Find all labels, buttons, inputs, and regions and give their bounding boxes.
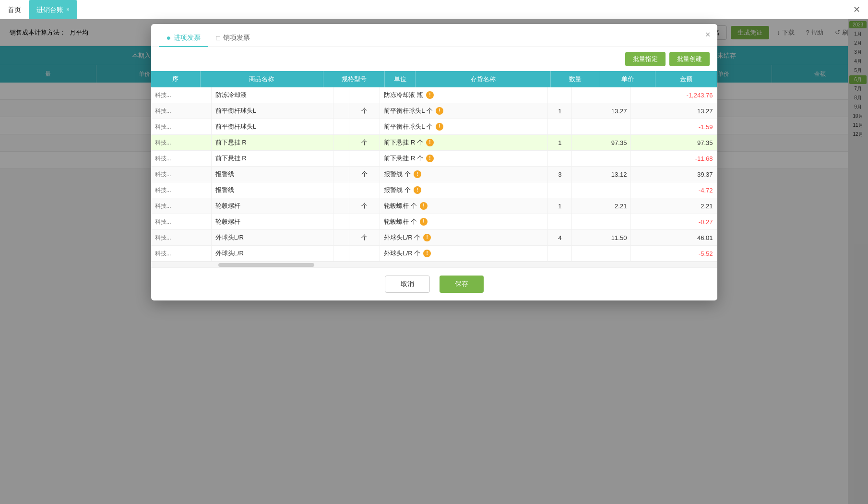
cell-company: 科技... bbox=[151, 151, 212, 167]
cell-company: 科技... bbox=[151, 182, 212, 198]
tab-ledger-label: 进销台账 bbox=[36, 0, 63, 19]
cell-spec bbox=[333, 103, 349, 119]
th-stock-name: 存货名称 bbox=[416, 71, 551, 87]
cell-stock-name: 报警线 个 ! bbox=[380, 167, 548, 182]
table-header-row: 序 商品名称 规格型号 单位 存货名称 数量 单价 金额 bbox=[151, 71, 717, 87]
warning-icon: ! bbox=[420, 218, 428, 226]
cell-company: 科技... bbox=[151, 198, 212, 214]
cell-price bbox=[572, 182, 631, 198]
cell-stock-name: 外球头L/R 个 ! bbox=[380, 246, 548, 261]
th-price: 单价 bbox=[600, 71, 655, 87]
batch-assign-button[interactable]: 批量指定 bbox=[625, 52, 666, 66]
cell-stock-name: 外球头L/R 个 ! bbox=[380, 230, 548, 245]
cell-price: 2.21 bbox=[572, 198, 631, 214]
cell-price: 13.12 bbox=[572, 167, 631, 182]
warning-icon: ! bbox=[414, 186, 421, 194]
table-row[interactable]: 科技... 外球头L/R 外球头L/R 个 ! -5.52 bbox=[151, 246, 717, 262]
cell-stock-name: 前平衡杆球头L 个 ! bbox=[380, 103, 548, 119]
save-button[interactable]: 保存 bbox=[440, 276, 484, 293]
table-row[interactable]: 科技... 轮毂螺杆 轮毂螺杆 个 ! -0.27 bbox=[151, 214, 717, 230]
table-row[interactable]: 科技... 前下悬挂 R 个 前下悬挂 R 个 ! 1 97.35 97.35 bbox=[151, 135, 717, 151]
table-row[interactable]: 科技... 轮毂螺杆 个 轮毂螺杆 个 ! 1 2.21 2.21 bbox=[151, 198, 717, 214]
warning-icon: ! bbox=[436, 123, 443, 131]
cell-spec bbox=[333, 214, 349, 230]
cell-spec bbox=[333, 198, 349, 214]
warning-icon: ! bbox=[436, 107, 443, 115]
cell-qty bbox=[548, 246, 571, 262]
purchase-tab-icon: ● bbox=[166, 34, 171, 42]
cell-product-name: 前平衡杆球头L bbox=[211, 119, 333, 135]
cell-stock-name: 防冻冷却液 瓶 ! bbox=[380, 87, 548, 103]
cell-amount: -4.72 bbox=[631, 182, 717, 198]
th-company: 序 bbox=[151, 71, 201, 87]
th-product-name: 商品名称 bbox=[200, 71, 323, 87]
cell-price: 13.27 bbox=[572, 103, 631, 119]
cell-spec bbox=[333, 151, 349, 167]
cell-amount: 39.37 bbox=[631, 167, 717, 182]
cell-qty: 1 bbox=[548, 103, 571, 119]
cell-qty bbox=[548, 151, 571, 167]
batch-create-button[interactable]: 批量创建 bbox=[669, 52, 710, 66]
cell-stock-name: 轮毂螺杆 个 ! bbox=[380, 214, 548, 229]
tab-purchase-invoice[interactable]: ● 进项发票 bbox=[159, 30, 209, 47]
cell-unit bbox=[349, 246, 380, 262]
cell-stock-name: 轮毂螺杆 个 ! bbox=[380, 198, 548, 214]
cell-product-name: 报警线 bbox=[211, 182, 333, 198]
cancel-button[interactable]: 取消 bbox=[385, 276, 430, 293]
cell-amount: -11.68 bbox=[631, 151, 717, 167]
cell-price bbox=[572, 246, 631, 262]
tab-sales-invoice[interactable]: □ 销项发票 bbox=[208, 30, 257, 47]
th-amount: 金额 bbox=[655, 71, 717, 87]
cell-qty: 1 bbox=[548, 198, 571, 214]
warning-icon: ! bbox=[426, 139, 434, 146]
th-spec: 规格型号 bbox=[323, 71, 384, 87]
cell-unit: 个 bbox=[349, 230, 380, 246]
table-row[interactable]: 科技... 报警线 个 报警线 个 ! 3 13.12 39.37 bbox=[151, 167, 717, 182]
cell-amount: 97.35 bbox=[631, 135, 717, 151]
dialog-toolbar: 批量指定 批量创建 bbox=[151, 47, 717, 71]
table-row[interactable]: 科技... 前平衡杆球头L 前平衡杆球头L 个 ! -1.59 bbox=[151, 119, 717, 135]
cell-amount: 13.27 bbox=[631, 103, 717, 119]
main-background: 销售成本计算方法： 月平均 商贸企业进销台账 ≡ 对账 重新开账 存货别名 生成… bbox=[0, 19, 868, 504]
cell-qty: 3 bbox=[548, 167, 571, 182]
modal-overlay: ● 进项发票 □ 销项发票 × 批量指定 批量创建 序 bbox=[0, 19, 868, 504]
tab-close-icon[interactable]: × bbox=[66, 0, 70, 19]
warning-icon: ! bbox=[423, 234, 431, 241]
cell-product-name: 轮毂螺杆 bbox=[211, 198, 333, 214]
cell-spec bbox=[333, 87, 349, 103]
cell-price: 11.50 bbox=[572, 230, 631, 246]
cell-product-name: 防冻冷却液 bbox=[211, 87, 333, 103]
cell-unit bbox=[349, 214, 380, 230]
cell-product-name: 前下悬挂 R bbox=[211, 135, 333, 151]
table-row[interactable]: 科技... 前下悬挂 R 前下悬挂 R 个 ! -11.68 bbox=[151, 151, 717, 167]
table-row[interactable]: 科技... 报警线 报警线 个 ! -4.72 bbox=[151, 182, 717, 198]
cell-company: 科技... bbox=[151, 103, 212, 119]
invoice-dialog: ● 进项发票 □ 销项发票 × 批量指定 批量创建 序 bbox=[151, 24, 717, 300]
cell-spec bbox=[333, 182, 349, 198]
app-close-button[interactable]: ✕ bbox=[845, 4, 868, 15]
table-row[interactable]: 科技... 外球头L/R 个 外球头L/R 个 ! 4 11.50 46.01 bbox=[151, 230, 717, 246]
cell-amount: -5.52 bbox=[631, 246, 717, 262]
dialog-tab-bar: ● 进项发票 □ 销项发票 × bbox=[151, 24, 717, 47]
table-row[interactable]: 科技... 防冻冷却液 防冻冷却液 瓶 ! -1,243.76 bbox=[151, 87, 717, 103]
cell-unit: 个 bbox=[349, 198, 380, 214]
cell-amount: 2.21 bbox=[631, 198, 717, 214]
horizontal-scrollbar[interactable] bbox=[151, 262, 717, 267]
cell-stock-name: 前平衡杆球头L 个 ! bbox=[380, 119, 548, 134]
table-scroll-area[interactable]: 科技... 防冻冷却液 防冻冷却液 瓶 ! -1,243.76 科技... 前平… bbox=[151, 87, 717, 262]
cell-amount: -1,243.76 bbox=[631, 87, 717, 103]
cell-qty: 4 bbox=[548, 230, 571, 246]
cell-unit: 个 bbox=[349, 135, 380, 151]
scrollbar-thumb[interactable] bbox=[218, 263, 314, 267]
cell-unit bbox=[349, 151, 380, 167]
dialog-close-button[interactable]: × bbox=[705, 30, 711, 40]
table-row[interactable]: 科技... 前平衡杆球头L 个 前平衡杆球头L 个 ! 1 13.27 13.2… bbox=[151, 103, 717, 119]
cell-price bbox=[572, 214, 631, 230]
tab-home[interactable]: 首页 bbox=[0, 0, 29, 19]
tab-ledger[interactable]: 进销台账 × bbox=[29, 0, 77, 19]
cell-unit bbox=[349, 119, 380, 135]
cell-amount: -0.27 bbox=[631, 214, 717, 230]
cell-spec bbox=[333, 230, 349, 246]
cell-product-name: 前平衡杆球头L bbox=[211, 103, 333, 119]
warning-icon: ! bbox=[426, 155, 434, 162]
